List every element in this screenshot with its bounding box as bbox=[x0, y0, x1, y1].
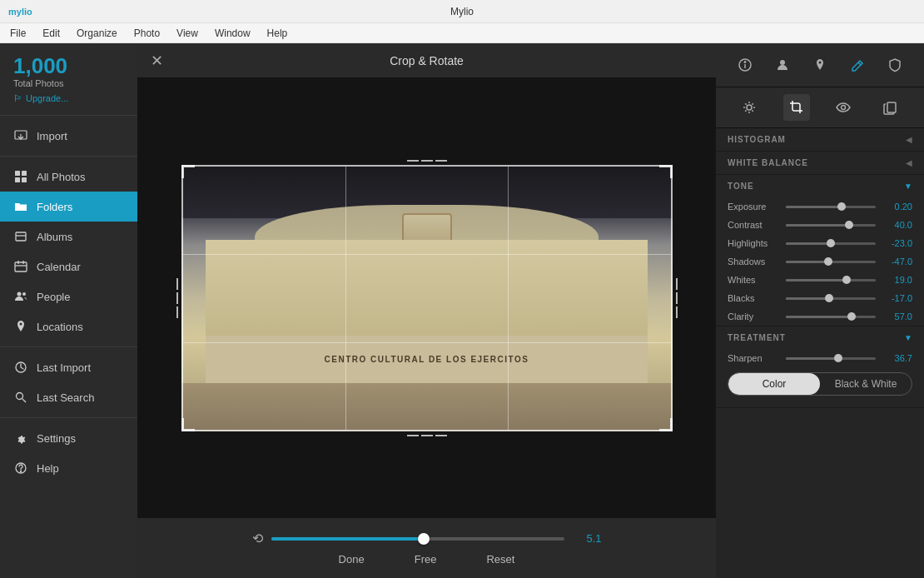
clarity-row: Clarity 57.0 bbox=[716, 307, 924, 326]
sidebar-item-albums[interactable]: Albums bbox=[0, 222, 137, 252]
crop-grid-h1 bbox=[183, 254, 671, 255]
sidebar-item-folders[interactable]: Folders bbox=[0, 192, 137, 222]
crop-handle-right[interactable] bbox=[676, 278, 678, 318]
tone-header[interactable]: TONE ▼ bbox=[716, 175, 924, 197]
person-button[interactable] bbox=[769, 52, 796, 78]
color-button[interactable]: Color bbox=[728, 373, 820, 395]
whites-slider[interactable] bbox=[786, 279, 876, 282]
total-photos-label: Total Photos bbox=[13, 78, 124, 88]
crop-done-button[interactable]: Done bbox=[339, 553, 365, 566]
exposure-label: Exposure bbox=[728, 202, 779, 212]
crop-rotation-slider[interactable] bbox=[271, 537, 564, 541]
map-pin-button[interactable] bbox=[807, 52, 833, 78]
sidebar: 1,000 Total Photos 🏳 Upgrade... Import bbox=[0, 43, 137, 578]
crop-handle-top-left[interactable] bbox=[181, 165, 195, 178]
crop-handle-top-right[interactable] bbox=[659, 165, 673, 178]
menu-edit[interactable]: Edit bbox=[39, 26, 63, 41]
sidebar-item-settings[interactable]: Settings bbox=[0, 423, 137, 453]
white-balance-section: WHITE BALANCE ◀ bbox=[716, 152, 924, 175]
treatment-collapse[interactable]: ▼ bbox=[904, 333, 912, 342]
sidebar-item-all-photos[interactable]: All Photos bbox=[0, 162, 137, 192]
crop-grid-h2 bbox=[183, 342, 671, 343]
sidebar-item-locations[interactable]: Locations bbox=[0, 311, 137, 341]
sidebar-item-all-photos-label: All Photos bbox=[37, 171, 86, 183]
menu-window[interactable]: Window bbox=[211, 26, 254, 41]
whites-label: Whites bbox=[728, 275, 779, 285]
contrast-value: 40.0 bbox=[882, 220, 912, 230]
upgrade-link[interactable]: 🏳 Upgrade... bbox=[13, 93, 124, 103]
crop-reset-button[interactable]: Reset bbox=[486, 553, 514, 566]
histogram-section: HISTOGRAM ◀ bbox=[716, 128, 924, 152]
menu-help[interactable]: Help bbox=[264, 26, 291, 41]
crop-handle-bottom[interactable] bbox=[407, 435, 447, 436]
svg-point-11 bbox=[17, 292, 22, 296]
sidebar-header: 1,000 Total Photos 🏳 Upgrade... bbox=[0, 43, 137, 110]
whites-value: 19.0 bbox=[882, 275, 912, 285]
image-area: CENTRO CULTURAL DE LOS EJERCITOS bbox=[137, 78, 716, 518]
auto-enhance-tool[interactable] bbox=[736, 94, 763, 121]
highlights-slider[interactable] bbox=[786, 242, 876, 245]
menu-photo[interactable]: Photo bbox=[131, 26, 163, 41]
sidebar-item-help-label: Help bbox=[37, 462, 59, 475]
sidebar-item-last-search[interactable]: Last Search bbox=[0, 382, 137, 412]
grid-icon bbox=[13, 169, 28, 184]
tone-collapse[interactable]: ▼ bbox=[904, 182, 912, 191]
histogram-header[interactable]: HISTOGRAM ◀ bbox=[716, 128, 924, 151]
sharpen-slider[interactable] bbox=[786, 357, 876, 360]
svg-line-15 bbox=[22, 399, 26, 402]
sidebar-divider-3 bbox=[0, 346, 137, 347]
edit-pen-button[interactable] bbox=[844, 52, 871, 78]
crop-handle-top[interactable] bbox=[407, 160, 447, 162]
white-balance-title: WHITE BALANCE bbox=[728, 158, 808, 167]
bw-button[interactable]: Black & White bbox=[820, 373, 912, 395]
sidebar-item-folders-label: Folders bbox=[37, 201, 72, 213]
copy-settings-tool[interactable] bbox=[877, 94, 904, 121]
sidebar-item-people[interactable]: People bbox=[0, 282, 137, 311]
crop-free-button[interactable]: Free bbox=[415, 553, 437, 566]
shadows-slider[interactable] bbox=[786, 261, 876, 263]
white-balance-collapse[interactable]: ◀ bbox=[906, 158, 912, 167]
rotate-icon: ⟲ bbox=[252, 531, 263, 546]
whites-row: Whites 19.0 bbox=[716, 271, 924, 289]
crop-close-button[interactable]: ✕ bbox=[151, 53, 163, 68]
svg-rect-7 bbox=[15, 262, 27, 272]
exposure-row: Exposure 0.20 bbox=[716, 197, 924, 216]
blacks-row: Blacks -17.0 bbox=[716, 289, 924, 307]
contrast-slider[interactable] bbox=[786, 224, 876, 227]
shield-button[interactable] bbox=[882, 52, 908, 78]
svg-rect-4 bbox=[22, 177, 27, 182]
sidebar-item-help[interactable]: Help bbox=[0, 453, 137, 483]
blacks-value: -17.0 bbox=[882, 293, 912, 303]
info-button[interactable] bbox=[732, 52, 758, 78]
crop-handle-left[interactable] bbox=[176, 278, 178, 318]
view-tool[interactable] bbox=[830, 94, 857, 121]
crop-handle-bottom-left[interactable] bbox=[181, 418, 195, 431]
sidebar-divider-1 bbox=[0, 115, 137, 116]
white-balance-header[interactable]: WHITE BALANCE ◀ bbox=[716, 152, 924, 174]
crop-tool[interactable] bbox=[783, 94, 810, 121]
sidebar-item-settings-label: Settings bbox=[37, 432, 76, 445]
crop-rotation-value: 5.1 bbox=[573, 532, 602, 545]
sidebar-divider-2 bbox=[0, 156, 137, 157]
blacks-slider[interactable] bbox=[786, 297, 876, 300]
menu-organize[interactable]: Organize bbox=[73, 26, 121, 41]
menu-file[interactable]: File bbox=[7, 26, 29, 41]
crop-buttons-row: Done Free Reset bbox=[339, 553, 515, 566]
sidebar-divider-4 bbox=[0, 417, 137, 418]
settings-icon bbox=[13, 431, 28, 446]
clarity-slider[interactable] bbox=[786, 316, 876, 318]
histogram-collapse[interactable]: ◀ bbox=[906, 135, 912, 144]
crop-handle-bottom-right[interactable] bbox=[659, 418, 673, 431]
menu-view[interactable]: View bbox=[173, 26, 201, 41]
exposure-slider[interactable] bbox=[786, 206, 876, 208]
title-bar: mylio Mylio bbox=[0, 0, 924, 23]
shadows-row: Shadows -47.0 bbox=[716, 252, 924, 271]
sidebar-item-import[interactable]: Import bbox=[0, 121, 137, 151]
window-title: Mylio bbox=[450, 6, 474, 17]
crop-overlay[interactable] bbox=[181, 165, 673, 431]
sharpen-label: Sharpen bbox=[728, 353, 779, 363]
treatment-header[interactable]: TREATMENT ▼ bbox=[716, 326, 924, 349]
app-logo: mylio bbox=[8, 7, 32, 17]
sidebar-item-calendar[interactable]: Calendar bbox=[0, 252, 137, 282]
sidebar-item-last-import[interactable]: Last Import bbox=[0, 352, 137, 382]
